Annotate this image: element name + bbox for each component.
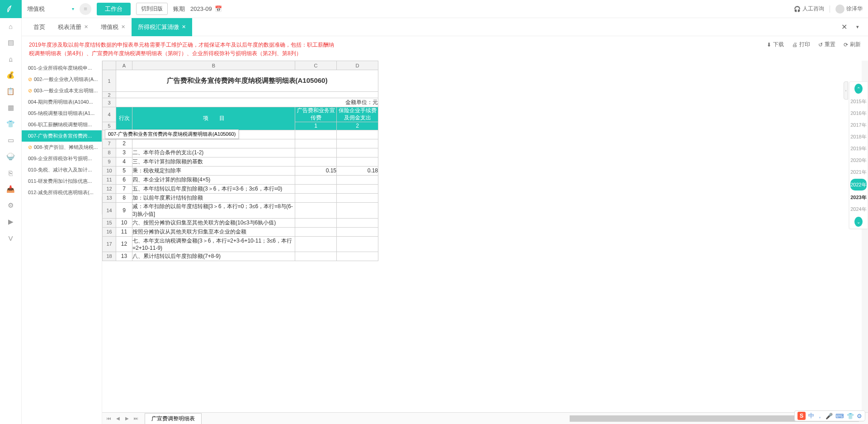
tab-2[interactable]: 增值税✕: [94, 18, 132, 36]
ime-item[interactable]: 中: [808, 412, 814, 420]
nav-card-icon[interactable]: ▭: [0, 132, 22, 148]
reset-button[interactable]: ↺重置: [818, 41, 835, 48]
nav-v-icon[interactable]: V: [0, 230, 22, 246]
cell-d[interactable]: [337, 157, 378, 166]
row-header[interactable]: 15: [103, 218, 116, 227]
year-2023年[interactable]: 2023年: [849, 191, 868, 203]
cell-c[interactable]: [295, 184, 337, 193]
cell-d[interactable]: [337, 139, 378, 148]
tree-item-6[interactable]: 007-广告费和业务宣传费跨...: [22, 130, 102, 142]
spreadsheet[interactable]: A B C D 1广告费和业务宣传费跨年度纳税调整明细表(A105060) 2 …: [102, 61, 868, 412]
print-button[interactable]: 🖨打印: [792, 41, 810, 48]
tab-0[interactable]: 首页: [27, 18, 52, 36]
year-2019年[interactable]: 2019年: [849, 143, 868, 154]
nav-bag-icon[interactable]: 💰: [0, 67, 22, 83]
nav-bowl-icon[interactable]: 🍚: [0, 148, 22, 165]
cell-c[interactable]: [295, 139, 337, 148]
tree-item-8[interactable]: 009-企业所得税弥补亏损明...: [22, 153, 102, 164]
tree-item-5[interactable]: 006-职工薪酬纳税调整明细...: [22, 119, 102, 130]
download-button[interactable]: ⬇下载: [767, 41, 784, 48]
tree-item-10[interactable]: 011-研发费用加计扣除优惠...: [22, 176, 102, 187]
row-header[interactable]: 12: [103, 184, 116, 193]
workspace-button[interactable]: 工作台: [97, 3, 131, 15]
year-up-icon[interactable]: ⌃: [854, 84, 863, 94]
row-header[interactable]: 7: [103, 139, 116, 148]
row-header[interactable]: 17: [103, 236, 116, 252]
cell-c[interactable]: [295, 130, 337, 139]
tree-item-3[interactable]: 004-期间费用明细表(A1040...: [22, 96, 102, 108]
row-header[interactable]: 18: [103, 252, 116, 261]
cell-c[interactable]: [295, 202, 337, 218]
nav-home-icon[interactable]: ⌂: [0, 18, 22, 34]
cell-c[interactable]: [295, 218, 337, 227]
ime-mic-icon[interactable]: 🎤: [826, 413, 833, 419]
col-header-D[interactable]: D: [337, 61, 378, 70]
row-header[interactable]: 1: [103, 70, 116, 92]
cell-c[interactable]: [295, 148, 337, 157]
cell-d[interactable]: [337, 218, 378, 227]
row-header[interactable]: 13: [103, 193, 116, 202]
sheet-tab[interactable]: 广宣费调整明细表: [145, 413, 202, 424]
cell-d[interactable]: [337, 148, 378, 157]
year-2021年[interactable]: 2021年: [849, 166, 868, 178]
row-header[interactable]: 11: [103, 175, 116, 184]
cell-d[interactable]: 0.18: [337, 166, 378, 175]
sheet-first-icon[interactable]: ⏮: [105, 414, 113, 423]
cell-c[interactable]: 0.15: [295, 166, 337, 175]
tab-menu-icon[interactable]: ▾: [853, 24, 863, 30]
year-2024年[interactable]: 2024年: [849, 203, 868, 215]
row-header[interactable]: 16: [103, 227, 116, 236]
nav-chart-icon[interactable]: ⩍: [0, 51, 22, 67]
year-2020年[interactable]: 2020年: [849, 154, 868, 166]
tab-1[interactable]: 税表清册✕: [52, 18, 94, 36]
doc-button[interactable]: ≡: [80, 3, 91, 15]
sheet-last-icon[interactable]: ⏭: [132, 414, 140, 423]
cell-c[interactable]: [295, 252, 337, 261]
row-header[interactable]: 5: [103, 122, 116, 130]
year-2015年[interactable]: 2015年: [849, 95, 868, 107]
tab-3[interactable]: 所得税汇算清缴✕: [132, 18, 192, 36]
ime-skin-icon[interactable]: 👕: [847, 413, 854, 419]
close-icon[interactable]: ✕: [121, 24, 125, 30]
nav-shirt-icon[interactable]: 👕: [0, 116, 22, 132]
sheet-next-icon[interactable]: ▶: [123, 414, 131, 423]
cell-d[interactable]: [337, 184, 378, 193]
cell-d[interactable]: [337, 130, 378, 139]
cell-d[interactable]: [337, 236, 378, 252]
period-picker[interactable]: 2023-09 📅: [190, 5, 222, 12]
row-header[interactable]: 2: [103, 92, 116, 98]
nav-calc-icon[interactable]: ▦: [0, 100, 22, 116]
year-2016年[interactable]: 2016年: [849, 107, 868, 119]
cell-c[interactable]: [295, 175, 337, 184]
cell-c[interactable]: [295, 157, 337, 166]
switch-old-button[interactable]: 切到旧版: [136, 3, 168, 15]
sheet-corner[interactable]: [103, 61, 116, 70]
nav-export-icon[interactable]: ⎘: [0, 165, 22, 181]
consult-link[interactable]: 🎧 人工咨询: [794, 5, 824, 13]
year-2022年[interactable]: 2022年: [850, 179, 867, 191]
close-icon[interactable]: ✕: [182, 24, 186, 30]
refresh-button[interactable]: ⟳刷新: [844, 41, 861, 48]
row-header[interactable]: 4: [103, 107, 116, 122]
nav-play-icon[interactable]: ▶: [0, 214, 22, 230]
tree-item-11[interactable]: 012-减免所得税优惠明细表(...: [22, 187, 102, 198]
module-dropdown[interactable]: 增值税 ▾: [27, 5, 74, 13]
tree-item-7[interactable]: ⊘008-资产折旧、摊销及纳税...: [22, 142, 102, 153]
tree-item-0[interactable]: 001-企业所得税年度纳税申...: [22, 62, 102, 74]
row-header[interactable]: 14: [103, 202, 116, 218]
tree-item-2[interactable]: ⊘003-一般企业成本支出明细...: [22, 85, 102, 96]
cell-c[interactable]: [295, 193, 337, 202]
ime-settings-icon[interactable]: ⚙: [857, 413, 862, 419]
cell-d[interactable]: [337, 193, 378, 202]
cell-d[interactable]: [337, 175, 378, 184]
tree-item-1[interactable]: ⊘002-一般企业收入明细表(A...: [22, 74, 102, 85]
cell-d[interactable]: [337, 202, 378, 218]
year-down-icon[interactable]: ⌄: [854, 217, 863, 227]
ime-item[interactable]: ，: [817, 412, 823, 420]
nav-doc-icon[interactable]: ▤: [0, 34, 22, 51]
tree-item-9[interactable]: 010-免税、减计收入及加计...: [22, 164, 102, 176]
row-header[interactable]: 9: [103, 157, 116, 166]
nav-gear-icon[interactable]: ⚙: [0, 197, 22, 214]
cell-d[interactable]: [337, 252, 378, 261]
ime-keyboard-icon[interactable]: ⌨: [835, 413, 844, 419]
